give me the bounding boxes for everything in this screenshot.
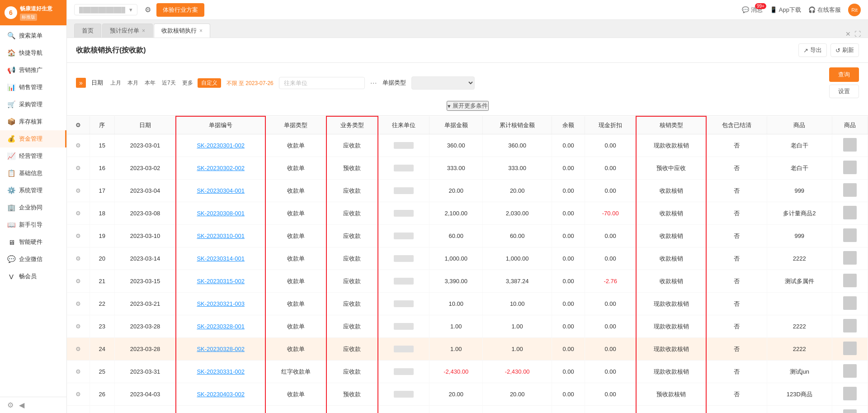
cell-biz-type: 应收款: [326, 202, 378, 225]
sidebar-item-member[interactable]: V畅会员: [0, 268, 66, 285]
solution-button[interactable]: 体验行业方案: [156, 3, 204, 17]
cell-doc-type: 收款单: [265, 406, 326, 413]
voucher-type-select[interactable]: [411, 76, 475, 90]
doc-no-link[interactable]: SK-20230321-003: [197, 300, 245, 307]
filter-bar: » 日期 上月 本月 本年 近7天 更多 自定义 不限 至 2023-07-26…: [67, 63, 868, 116]
cell-include-settled: 否: [706, 202, 767, 225]
cell-product: 老白干: [767, 157, 832, 180]
cell-include-settled: 否: [706, 225, 767, 247]
doc-no-link[interactable]: SK-20230304-001: [197, 187, 245, 194]
sidebar-item-enterprise[interactable]: 🏢企业协同: [0, 199, 66, 216]
cell-biz-type: 应收款: [326, 406, 378, 413]
sidebar: 6 畅康道好生意 标推版 🔍搜索菜单🏠快捷导航📢营销推广📊销售管理🛒采购管理📦库…: [0, 0, 67, 413]
messages-link[interactable]: 💬 消息 99+: [742, 6, 763, 14]
doc-no-link[interactable]: SK-20230308-001: [197, 210, 245, 217]
sidebar-item-system[interactable]: ⚙️系统管理: [0, 182, 66, 199]
col-gear[interactable]: ⚙: [67, 116, 90, 134]
cell-product: 测试jun: [767, 361, 832, 383]
sidebar-item-quicknav[interactable]: 🏠快捷导航: [0, 44, 66, 62]
cell-total-write-off: 20.00: [483, 383, 552, 406]
refresh-button[interactable]: ↺ 刷新: [830, 43, 859, 57]
doc-no-link[interactable]: SK-20230328-001: [197, 323, 245, 330]
sidebar-item-marketing[interactable]: 📢营销推广: [0, 62, 66, 79]
page-actions: ↗ 导出 ↺ 刷新: [798, 43, 859, 57]
cell-gear: ⚙: [67, 338, 90, 361]
cell-product2: [832, 406, 868, 413]
table-row: ⚙ 17 2023-03-04 SK-20230304-001 收款单 应收款 …: [67, 180, 868, 202]
sidebar-nav: 🔍搜索菜单🏠快捷导航📢营销推广📊销售管理🛒采购管理📦库存核算💰资金管理📈经营管理…: [0, 25, 66, 397]
sidebar-item-wechat[interactable]: 💬企业微信: [0, 251, 66, 268]
cell-product2: [832, 315, 868, 338]
tab-home[interactable]: 首页: [74, 24, 101, 38]
cell-cash-discount: 0.00: [585, 180, 637, 202]
doc-no-link[interactable]: SK-20230301-002: [197, 142, 245, 149]
this-month-btn[interactable]: 本月: [126, 78, 140, 88]
cell-biz-type: 应收款: [326, 293, 378, 315]
cell-product2: [832, 338, 868, 361]
tab-collection-close[interactable]: ×: [199, 28, 203, 34]
query-button[interactable]: 查询: [829, 67, 859, 82]
app-download-link[interactable]: 📱 App下载: [770, 6, 801, 14]
tab-prepay-close[interactable]: ×: [142, 28, 145, 34]
counterparty-input[interactable]: [279, 77, 365, 89]
cell-gear: ⚙: [67, 247, 90, 270]
sidebar-item-inventory[interactable]: 📦库存核算: [0, 113, 66, 130]
workspace-selector[interactable]: ████████████ ▾: [74, 4, 137, 15]
cell-gear: ⚙: [67, 315, 90, 338]
doc-no-link[interactable]: SK-20230302-002: [197, 165, 245, 171]
cell-write-off-type: 收款核销: [636, 270, 706, 293]
doc-no-link[interactable]: SK-20230310-001: [197, 233, 245, 239]
tab-prepay[interactable]: 预计应付单 ×: [102, 24, 153, 38]
filter-settings-button[interactable]: 设置: [829, 85, 859, 98]
user-avatar[interactable]: Rit: [848, 4, 861, 16]
settings-gear-icon[interactable]: ⚙: [145, 5, 151, 14]
table-row: ⚙ 18 2023-03-08 SK-20230308-001 收款单 应收款 …: [67, 202, 868, 225]
last-7days-btn[interactable]: 近7天: [160, 78, 178, 88]
cell-write-off-type: 现款收款核销: [636, 134, 706, 157]
export-button[interactable]: ↗ 导出: [798, 43, 827, 57]
sidebar-item-operations[interactable]: 📈经营管理: [0, 147, 66, 165]
doc-no-link[interactable]: SK-20230331-002: [197, 368, 245, 375]
sidebar-item-hardware[interactable]: 🖥智能硬件: [0, 233, 66, 251]
date-filter-label: 日期: [91, 79, 103, 87]
this-year-btn[interactable]: 本年: [143, 78, 157, 88]
cell-product2: [832, 247, 868, 270]
cell-doc-amount: 20.00: [429, 383, 483, 406]
col-counterparty: 往来单位: [378, 116, 429, 134]
filter-expand-button[interactable]: »: [76, 78, 86, 88]
sidebar-item-sales[interactable]: 📊销售管理: [0, 79, 66, 96]
sidebar-item-basic[interactable]: 📋基础信息: [0, 165, 66, 182]
close-window-icon[interactable]: ✕: [845, 30, 851, 38]
cell-cash-discount: 0.00: [585, 383, 637, 406]
cell-counterparty: [378, 247, 429, 270]
custom-date-btn[interactable]: 自定义: [198, 78, 221, 88]
maximize-window-icon[interactable]: ⛶: [854, 30, 861, 38]
more-dates-btn[interactable]: 更多: [180, 78, 195, 88]
cell-write-off-type: 收款核销: [636, 202, 706, 225]
settings-icon[interactable]: ⚙: [7, 401, 14, 409]
cell-include-settled: 否: [706, 180, 767, 202]
cell-doc-type: 收款单: [265, 157, 326, 180]
tab-collection[interactable]: 收款核销执行 ×: [154, 24, 210, 38]
sidebar-item-guide[interactable]: 📖新手引导: [0, 216, 66, 233]
doc-no-link[interactable]: SK-20230315-002: [197, 278, 245, 285]
purchase-icon: 🛒: [7, 100, 15, 109]
expand-more-button[interactable]: ▾ 展开更多条件: [447, 101, 489, 111]
sidebar-item-search[interactable]: 🔍搜索菜单: [0, 27, 66, 44]
sidebar-item-finance[interactable]: 💰资金管理: [0, 130, 66, 147]
online-service-link[interactable]: 🎧 在线客服: [808, 6, 841, 14]
collapse-icon[interactable]: ◀: [19, 401, 24, 409]
doc-no-link[interactable]: SK-20230328-002: [197, 346, 245, 352]
doc-no-link[interactable]: SK-20230403-002: [197, 391, 245, 398]
cell-biz-type: 应收款: [326, 247, 378, 270]
cell-doc-no: SK-20230301-002: [176, 134, 265, 157]
cell-doc-amount: 1.00: [429, 315, 483, 338]
doc-no-link[interactable]: SK-20230314-001: [197, 255, 245, 262]
cell-doc-type: 收款单: [265, 315, 326, 338]
last-month-btn[interactable]: 上月: [108, 78, 123, 88]
table-row: ⚙ 27 2023-04-08 SK-20230408-001 收款单 应收款 …: [67, 406, 868, 413]
sidebar-item-purchase[interactable]: 🛒采购管理: [0, 96, 66, 113]
window-controls: ✕ ⛶: [845, 30, 861, 38]
cell-doc-amount: 1,000.00: [429, 247, 483, 270]
more-filter-dots[interactable]: ···: [370, 78, 377, 88]
